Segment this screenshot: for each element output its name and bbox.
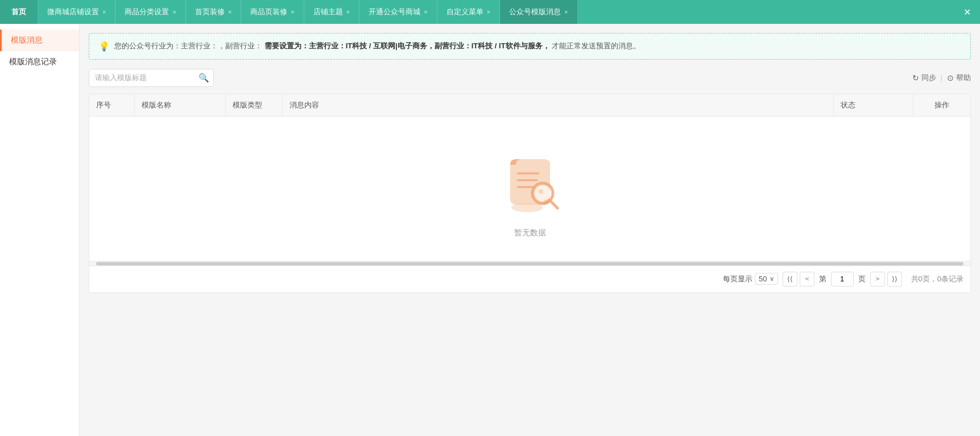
next-page-button[interactable]: ＞ [870,272,885,286]
search-button[interactable]: 🔍 [199,73,209,83]
bulb-icon: 💡 [98,41,110,52]
table-header: 序号 模版名称 模版类型 消息内容 状态 操作 [89,94,970,117]
sidebar-item-template-history-label: 模版消息记录 [9,57,57,66]
col-header-type: 模版类型 [226,94,283,116]
tab-product-decor-label: 商品页装修 [250,7,287,17]
main-layout: 模版消息 模版消息记录 💡 您的公众号行业为：主营行业：，副营行业： 需要设置为… [0,24,980,436]
tab-custom-menu[interactable]: 自定义菜单 × [437,0,500,24]
tab-open-mall-label: 开通公众号商城 [369,7,420,17]
sidebar-item-template-history[interactable]: 模版消息记录 [0,51,79,73]
empty-text: 暂无数据 [514,228,546,238]
sidebar: 模版消息 模版消息记录 [0,24,80,436]
tab-wechat-shop[interactable]: 微商城店铺设置 × [38,0,115,24]
chevron-down-icon: ∨ [770,275,774,283]
tab-product-decor[interactable]: 商品页装修 × [241,0,304,24]
top-nav: 首页 微商城店铺设置 × 商品分类设置 × 首页装修 × 商品页装修 × 店铺主… [0,0,980,24]
tab-shop-theme[interactable]: 店铺主题 × [304,0,359,24]
tab-home-decor-close[interactable]: × [228,9,231,15]
svg-point-7 [539,189,543,194]
svg-point-5 [535,185,551,201]
help-icon: ⊙ [947,73,954,82]
notice-suffix: 才能正常发送预置的消息。 [552,41,640,50]
empty-icon [496,151,564,219]
scrollbar-thumb [96,262,964,265]
tab-product-decor-close[interactable]: × [291,9,294,15]
page-size-value: 50 [759,275,767,283]
sidebar-item-template-msg-label: 模版消息 [11,35,43,44]
tab-open-mall[interactable]: 开通公众号商城 × [359,0,437,24]
col-header-index: 序号 [89,94,135,116]
col-header-content: 消息内容 [283,94,834,116]
notice-text: 您的公众号行业为：主营行业：，副营行业： 需要设置为：主营行业：IT科技 / 互… [114,40,640,52]
tab-home[interactable]: 首页 [0,0,38,24]
notice-prefix: 您的公众号行业为：主营行业：，副营行业： [114,41,262,50]
sidebar-item-template-msg[interactable]: 模版消息 [0,30,79,51]
content-area: 💡 您的公众号行业为：主营行业：，副营行业： 需要设置为：主营行业：IT科技 /… [80,24,980,436]
tab-home-decor[interactable]: 首页装修 × [186,0,241,24]
tab-custom-menu-label: 自定义菜单 [446,7,483,17]
tab-home-label: 首页 [11,7,26,17]
col-header-name: 模版名称 [135,94,226,116]
notice-highlight: 需要设置为：主营行业：IT科技 / 互联网|电子商务，副营行业：IT科技 / I… [264,41,550,50]
tab-category-label: 商品分类设置 [125,7,169,17]
help-button[interactable]: ⊙ 帮助 [947,73,971,83]
tab-wechat-shop-close[interactable]: × [102,9,106,15]
page-size-dropdown[interactable]: 50 ∨ [755,273,778,285]
empty-state: 暂无数据 [89,117,970,261]
help-label: 帮助 [956,73,971,83]
tab-wechat-shop-label: 微商城店铺设置 [47,7,99,17]
tab-shop-theme-close[interactable]: × [346,9,350,15]
page-number-input[interactable] [831,272,854,286]
search-input[interactable] [89,69,214,87]
sync-label: 同步 [921,73,936,83]
first-page-button[interactable]: ⟨⟨ [783,272,797,286]
toolbar-divider: | [941,73,942,82]
tab-category[interactable]: 商品分类设置 × [115,0,185,24]
toolbar: 🔍 ↻ 同步 | ⊙ 帮助 [89,69,971,87]
svg-line-6 [550,201,557,208]
col-header-action: 操作 [913,94,970,116]
search-wrap: 🔍 [89,69,214,87]
tab-shop-theme-label: 店铺主题 [313,7,343,17]
page-size-label: 每页显示 [723,274,752,284]
page-size-select: 每页显示 50 ∨ [723,273,778,285]
horizontal-scrollbar[interactable] [89,261,970,265]
sync-button[interactable]: ↻ 同步 [912,73,936,83]
tab-custom-menu-close[interactable]: × [487,9,490,15]
tab-template-msg[interactable]: 公众号模版消息 × [500,0,577,24]
page-navigation: ⟨⟨ ＜ 第 页 ＞ ⟩⟩ [783,272,902,286]
tab-category-close[interactable]: × [172,9,176,15]
page-prefix: 第 [819,274,826,284]
prev-page-button[interactable]: ＜ [800,272,814,286]
sync-icon: ↻ [912,73,919,82]
tab-template-msg-label: 公众号模版消息 [509,7,561,17]
total-info: 共0页，0条记录 [911,274,964,284]
tab-template-msg-close[interactable]: × [564,9,568,15]
tab-home-decor-label: 首页装修 [195,7,225,17]
col-header-status: 状态 [834,94,913,116]
page-suffix: 页 [858,274,866,284]
notice-box: 💡 您的公众号行业为：主营行业：，副营行业： 需要设置为：主营行业：IT科技 /… [89,33,971,60]
global-close-button[interactable]: ✕ [954,0,980,24]
pagination: 每页显示 50 ∨ ⟨⟨ ＜ 第 页 ＞ ⟩⟩ 共0页，0条记录 [89,265,970,292]
tab-open-mall-close[interactable]: × [424,9,427,15]
data-table: 序号 模版名称 模版类型 消息内容 状态 操作 [89,94,971,293]
last-page-button[interactable]: ⟩⟩ [887,272,902,286]
toolbar-right: ↻ 同步 | ⊙ 帮助 [912,73,971,83]
